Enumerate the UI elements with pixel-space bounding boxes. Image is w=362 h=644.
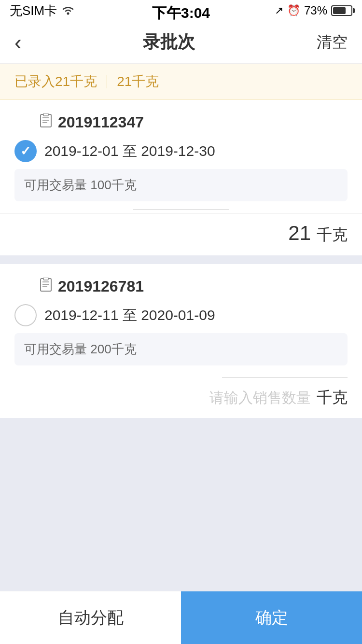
section-divider-2 [0,418,362,427]
status-left: 无SIM卡 [10,2,75,19]
total-text: 21千克 [117,72,159,91]
batch2-header: 2019126781 [0,264,362,300]
nav-bar: ‹ 录批次 清空 [0,21,362,64]
page-title: 录批次 [143,30,195,54]
batch2-checkbox[interactable] [14,304,37,326]
batch2-input-wrapper: 请输入销售数量 千克 [0,373,362,418]
batch2-input-placeholder: 请输入销售数量 [209,388,311,408]
status-bar: 无SIM卡 下午3:04 ↗ ⏰ 73% [0,0,362,21]
recorded-text: 已录入21千克 [14,72,97,91]
batch1-availability: 可用交易量 100千克 [14,169,348,201]
svg-rect-5 [43,113,48,116]
batch1-amount-wrapper: 21 千克 [0,209,362,255]
confirm-button[interactable]: 确定 [181,591,362,644]
checkmark-icon: ✓ [20,144,31,159]
section-divider-1 [0,255,362,264]
amount-underline [133,209,229,210]
batch1-header: 2019112347 [0,100,362,136]
batch2-input-row[interactable]: 请输入销售数量 千克 [0,379,362,418]
content-area: 已录入21千克 21千克 2019112347 ✓ 2019-12-01 至 2… [0,64,362,644]
batch2-id: 2019126781 [58,278,144,295]
batch2-icon [39,278,53,295]
batch1-amount-value: 21 [288,222,311,245]
battery-icon [331,5,352,16]
batch2-date: 2019-12-11 至 2020-01-09 [44,306,215,325]
batch1-id: 2019112347 [58,113,144,131]
back-button[interactable]: ‹ [14,32,22,53]
batch2-availability: 可用交易量 200千克 [14,333,348,365]
input-underline [222,377,348,378]
info-banner: 已录入21千克 21千克 [0,64,362,100]
svg-rect-10 [43,278,48,280]
batch1-amount-unit: 千克 [317,224,348,246]
batch2-date-row[interactable]: 2019-12-11 至 2020-01-09 [0,300,362,331]
batch1-icon [39,113,53,131]
svg-point-0 [67,12,70,14]
wifi-icon [61,3,75,18]
svg-rect-6 [41,279,51,291]
status-right: ↗ ⏰ 73% [275,4,352,17]
battery-fill [333,7,346,14]
svg-rect-1 [41,114,51,127]
batch1-checkbox[interactable]: ✓ [14,140,37,162]
batch1-date-row[interactable]: ✓ 2019-12-01 至 2019-12-30 [0,136,362,167]
alarm-icon: ⏰ [287,4,300,17]
auto-distribute-button[interactable]: 自动分配 [0,591,181,644]
batch1-date: 2019-12-01 至 2019-12-30 [44,141,215,161]
batch1-amount-row: 21 千克 [0,213,362,255]
batch2-input-unit: 千克 [317,387,348,408]
info-divider [107,75,107,88]
carrier-text: 无SIM卡 [10,2,57,19]
batch2-card: 2019126781 2019-12-11 至 2020-01-09 可用交易量… [0,264,362,418]
bottom-bar: 自动分配 确定 [0,591,362,644]
batch1-card: 2019112347 ✓ 2019-12-01 至 2019-12-30 可用交… [0,100,362,255]
time-display: 下午3:04 [152,3,210,23]
battery-percentage: 73% [304,4,327,17]
clear-button[interactable]: 清空 [317,32,348,53]
location-icon: ↗ [275,4,283,17]
